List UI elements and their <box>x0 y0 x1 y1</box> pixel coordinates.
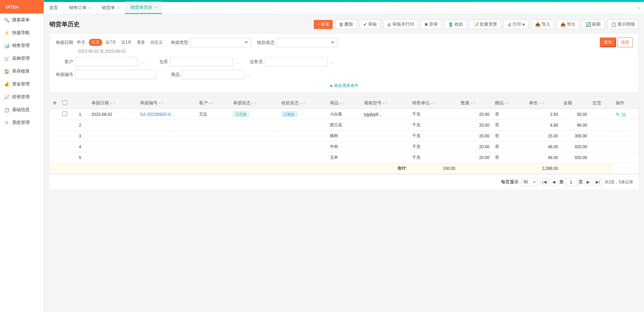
td-unit: 千克 <box>410 120 458 131</box>
th-amount[interactable]: 金额 <box>561 97 590 109</box>
doctype-select[interactable] <box>190 38 251 47</box>
select-all-checkbox[interactable] <box>62 100 67 105</box>
td-action <box>613 141 638 152</box>
refresh-button[interactable]: 🔄 刷新 <box>582 20 605 29</box>
tab-close-sales-history[interactable]: × <box>155 5 157 9</box>
last-page-button[interactable]: ▶| <box>594 178 602 186</box>
page-size-select[interactable]: 20 50 100 200 <box>521 178 538 186</box>
sort-icon-spec: ▲▼ <box>382 102 388 105</box>
row-checkbox[interactable] <box>62 111 67 116</box>
date-btn-1month[interactable]: 近1月 <box>119 39 134 46</box>
salesperson-input[interactable] <box>265 57 328 67</box>
td-checkbox[interactable] <box>60 152 76 163</box>
refresh-icon: 🔄 <box>586 22 591 27</box>
td-checkbox[interactable] <box>60 120 76 131</box>
th-unit-price[interactable]: 单价▲▼ <box>526 97 561 109</box>
sidebar-item-purchase-mgmt[interactable]: 🛒 采购管理 <box>0 52 44 65</box>
settings-button[interactable]: 设置 <box>617 37 633 47</box>
sidebar-item-quick-nav[interactable]: ⚡ 快捷导航 <box>0 26 44 39</box>
th-goods[interactable]: 商品▲▼ <box>327 97 361 109</box>
td-amount: 300.00 <box>561 131 590 141</box>
warehouse-lookup-icon[interactable]: ... <box>235 59 239 64</box>
import-button[interactable]: 📥 导入 <box>531 20 554 29</box>
doc-number-link[interactable]: SA-20230602-0 <box>140 112 171 117</box>
th-spec[interactable]: 规格型号▲▼ <box>361 97 410 109</box>
tab-sales-order[interactable]: 销售订单 × <box>64 2 96 14</box>
collapse-button[interactable]: ▲ 收起更多条件 <box>329 83 359 88</box>
abandon-button[interactable]: ✖ 弃审 <box>421 20 442 29</box>
first-page-button[interactable]: |◀ <box>540 178 549 186</box>
td-doc-status <box>230 152 279 163</box>
sidebar-item-basic-info[interactable]: 📋 基础信息 <box>0 103 44 116</box>
td-unit: 千克 <box>410 109 458 120</box>
sidebar-logo: OfTEn <box>0 0 44 14</box>
new-button[interactable]: + 新增 <box>314 20 333 29</box>
collect-button[interactable]: 💲 收款 <box>444 20 467 29</box>
td-customer <box>196 141 230 152</box>
next-page-button[interactable]: ▶ <box>584 178 592 186</box>
warehouse-input[interactable] <box>170 57 233 67</box>
td-checkbox[interactable] <box>60 141 76 152</box>
th-doc-date[interactable]: 单据日期▲▼ <box>89 97 137 109</box>
sidebar-item-sales-mgmt[interactable]: 📊 销售管理 <box>0 39 44 52</box>
review-button[interactable]: ✔ 审核 <box>360 20 381 29</box>
tab-sales-history[interactable]: 销货单历史 × <box>125 2 162 14</box>
tab-sales-delivery[interactable]: 销货单 × <box>96 2 125 14</box>
batch-change-button[interactable]: 📝 批量变更 <box>470 20 501 29</box>
payment-status-select[interactable] <box>277 38 337 47</box>
th-unit[interactable]: 销售单位▲▼ <box>410 97 458 109</box>
td-doc-date <box>89 131 137 141</box>
sidebar-item-system-mgmt[interactable]: ⚙ 系统管理 <box>0 116 44 129</box>
date-btn-yesterday[interactable]: 昨天 <box>75 39 87 46</box>
goods-lookup-icon[interactable]: ... <box>247 72 251 77</box>
th-settings[interactable]: ⚙ <box>50 97 60 109</box>
page-header: 销货单历史 + 新增 🗑 删除 ✔ 审核 🖨 审核并打印 ✖ 弃审 <box>49 20 639 29</box>
th-payment-status[interactable]: 收款状态▲▼ <box>279 97 327 109</box>
delete-button[interactable]: 🗑 删除 <box>335 20 357 29</box>
td-checkbox[interactable] <box>60 109 76 120</box>
sidebar-item-finance[interactable]: 💰 资金管理 <box>0 78 44 90</box>
home-icon: 🏠 <box>4 69 9 74</box>
sort-icon-goods: ▲▼ <box>339 102 345 105</box>
customer-lookup-icon[interactable]: ... <box>141 59 144 64</box>
sidebar-item-search-menu[interactable]: 🔍 搜索菜单 <box>0 14 44 26</box>
per-page-label: 每页显示 <box>501 179 519 185</box>
page-number-input[interactable] <box>565 178 577 186</box>
td-goods: 牛肉 <box>327 141 361 152</box>
sort-icon-docstatus: ▲▼ <box>251 102 257 105</box>
salesperson-lookup-icon[interactable]: ... <box>330 59 334 64</box>
summary-total-qty: 100.00 <box>410 163 458 174</box>
prev-page-button[interactable]: ◀ <box>550 178 558 186</box>
edit-icon[interactable]: ✎ <box>616 112 620 117</box>
query-button[interactable]: 查询 <box>600 37 616 47</box>
filter-payment-status: 收款状态 <box>256 38 337 47</box>
tab-home[interactable]: 首页 <box>44 2 64 14</box>
display-detail-button[interactable]: 📋 显示明细 <box>607 20 639 29</box>
export-button[interactable]: 📤 导出 <box>557 20 579 29</box>
docnum-input[interactable] <box>75 70 156 79</box>
salesperson-label: 业务员 <box>245 59 263 65</box>
print-button[interactable]: 🖨 打印 ▾ <box>504 20 529 29</box>
tab-close-sales-order[interactable]: × <box>89 6 91 10</box>
td-rownum: 2 <box>76 120 89 131</box>
th-doc-number[interactable]: 单据编号▲▼ <box>137 97 196 109</box>
sidebar-item-inventory[interactable]: 🏠 库存核算 <box>0 65 44 78</box>
customer-input[interactable] <box>75 57 138 67</box>
date-btn-7days[interactable]: 近7天 <box>104 39 118 46</box>
th-customer[interactable]: 客户▲▼ <box>196 97 230 109</box>
date-btn-more[interactable]: 更多 <box>135 39 147 46</box>
sidebar-item-operations[interactable]: 📈 经营管理 <box>0 90 44 103</box>
date-btn-today[interactable]: 今天 <box>89 39 102 46</box>
goods-input[interactable] <box>182 70 245 79</box>
delete-row-icon[interactable]: ⊡ <box>622 112 626 117</box>
td-checkbox[interactable] <box>60 131 76 141</box>
tab-close-sales-delivery[interactable]: × <box>117 6 119 10</box>
th-qty[interactable]: 数量▲▼ <box>458 97 492 109</box>
close-all-tabs[interactable]: × <box>634 6 644 10</box>
td-gift: 否 <box>492 141 526 152</box>
th-gift[interactable]: 赠品▲▼ <box>492 97 526 109</box>
date-btn-custom[interactable]: 自定义 <box>148 39 165 46</box>
filter-customer: 客户 ... <box>55 57 144 67</box>
th-doc-status[interactable]: 单据状态▲▼ <box>230 97 279 109</box>
review-print-button[interactable]: 🖨 审核并打印 <box>383 20 418 29</box>
